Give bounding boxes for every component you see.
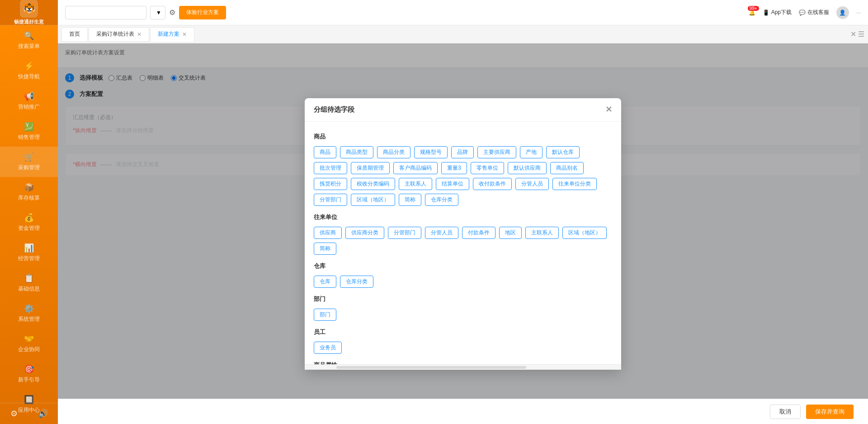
topbar-dropdown[interactable]: ▼ <box>150 6 165 19</box>
sidebar-item-newguide[interactable]: 🎯 新手引导 <box>0 359 58 389</box>
tab-new-plan-close[interactable]: ✕ <box>182 31 187 38</box>
tab-purchase-order[interactable]: 采购订单统计表 ✕ <box>89 27 149 42</box>
field-warehouse[interactable]: 仓库 <box>314 276 336 288</box>
action-bar: 取消 保存并查询 <box>58 399 868 424</box>
sidebar-item-cooperation[interactable]: 🤝 企业协同 <box>0 329 58 359</box>
field-warehouse-category[interactable]: 仓库分类 <box>340 276 373 288</box>
dialog-body[interactable]: 商品 商品 商品类型 商品分类 规格型号 品牌 主要供应商 产地 默认仓库 批次… <box>305 122 621 364</box>
field-main-contact2[interactable]: 主联系人 <box>525 227 559 239</box>
dialog-title: 分组待选字段 <box>314 105 354 114</box>
sidebar-logo: 🐯 畅捷通好生意 <box>0 0 58 25</box>
quick-icon: ⚡ <box>24 61 34 71</box>
sidebar-item-label: 资金管理 <box>18 224 40 232</box>
tab-home[interactable]: 首页 <box>61 27 88 42</box>
topbar-gear-icon[interactable]: ⚙ <box>169 8 175 17</box>
sidebar-item-marketing[interactable]: 📢 营销推广 <box>0 86 58 116</box>
field-product-type[interactable]: 商品类型 <box>340 146 373 158</box>
sidebar-item-operations[interactable]: 📊 经营管理 <box>0 238 58 268</box>
field-short-name-counterpart[interactable]: 简称 <box>314 243 336 255</box>
field-customer-code[interactable]: 客户商品编码 <box>393 162 438 174</box>
field-area[interactable]: 地区 <box>499 227 522 239</box>
field-product-category[interactable]: 商品分类 <box>377 146 410 158</box>
field-supplier[interactable]: 供应商 <box>314 227 342 239</box>
field-partner-category[interactable]: 往来单位分类 <box>552 178 597 190</box>
field-product[interactable]: 商品 <box>314 146 336 158</box>
section-product-attr-title: 商品属性 <box>314 361 612 364</box>
field-manage-dept[interactable]: 分管部门 <box>388 227 421 239</box>
field-payment-cond[interactable]: 付款条件 <box>462 227 495 239</box>
app-download-link[interactable]: 📱 App下载 <box>763 9 792 16</box>
inventory-icon: 📦 <box>24 182 34 192</box>
online-service-link[interactable]: 💬 在线客服 <box>799 9 829 16</box>
field-tax-code[interactable]: 税收分类编码 <box>351 178 395 190</box>
tabbar: 首页 采购订单统计表 ✕ 新建方案 ✕ ✕ ☰ <box>58 25 868 43</box>
sidebar-item-label: 经营管理 <box>18 255 40 262</box>
topbar-left: ▼ ⚙ 体验行业方案 <box>65 6 226 19</box>
basic-icon: 📋 <box>24 273 34 283</box>
field-main-contact[interactable]: 主联系人 <box>399 178 432 190</box>
field-dept[interactable]: 分管部门 <box>314 194 347 206</box>
save-button[interactable]: 保存并查询 <box>806 405 854 419</box>
field-quality-mgmt[interactable]: 保质期管理 <box>351 162 390 174</box>
notification-bell[interactable]: 🔔 99+ <box>749 10 755 16</box>
field-spec-type[interactable]: 规格型号 <box>414 146 448 158</box>
settings-bottom-icon[interactable]: ⚙ <box>10 409 18 419</box>
sidebar-item-system[interactable]: ⚙️ 系统管理 <box>0 298 58 329</box>
tab-new-plan[interactable]: 新建方案 ✕ <box>150 27 194 42</box>
field-settlement-unit[interactable]: 结算单位 <box>436 178 469 190</box>
sidebar-item-label: 采购管理 <box>18 164 40 172</box>
field-warehouse-cat[interactable]: 仓库分类 <box>425 194 458 206</box>
sidebar-item-search[interactable]: 🔍 搜索菜单 <box>0 25 58 56</box>
field-product-alias[interactable]: 商品别名 <box>550 162 584 174</box>
sidebar-item-finance[interactable]: 💰 资金管理 <box>0 207 58 238</box>
department-fields: 部门 <box>314 309 612 321</box>
field-default-supplier[interactable]: 默认供应商 <box>508 162 547 174</box>
sidebar-item-basic[interactable]: 📋 基础信息 <box>0 268 58 298</box>
volume-icon[interactable]: 🔊 <box>38 409 48 419</box>
cooperation-icon: 🤝 <box>24 334 34 344</box>
field-retail-unit[interactable]: 零售单位 <box>471 162 504 174</box>
field-supervisor[interactable]: 分管人员 <box>515 178 549 190</box>
tab-home-label: 首页 <box>69 30 80 38</box>
user-avatar[interactable]: 👤 <box>836 6 849 19</box>
sidebar-item-inventory[interactable]: 📦 库存核算 <box>0 177 58 207</box>
tabbar-right: ✕ ☰ <box>850 30 864 38</box>
app-download-label: App下载 <box>771 9 792 16</box>
tab-purchase-order-close[interactable]: ✕ <box>137 31 142 38</box>
field-region-product[interactable]: 区域（地区） <box>351 194 395 206</box>
sidebar: 🐯 畅捷通好生意 🔍 搜索菜单 ⚡ 快捷导航 📢 营销推广 💹 销售管理 🛒 采… <box>0 0 58 424</box>
field-manage-person[interactable]: 分管人员 <box>425 227 458 239</box>
field-region-counterpart[interactable]: 区域（地区） <box>562 227 607 239</box>
field-department[interactable]: 部门 <box>314 309 336 321</box>
field-payment-terms[interactable]: 收付款条件 <box>473 178 512 190</box>
section-department-title: 部门 <box>314 295 612 303</box>
field-short-name-product[interactable]: 简称 <box>399 194 421 206</box>
field-origin[interactable]: 产地 <box>520 146 542 158</box>
dialog-close-button[interactable]: ✕ <box>605 105 612 114</box>
sales-icon: 💹 <box>24 122 34 132</box>
sidebar-item-quick[interactable]: ⚡ 快捷导航 <box>0 56 58 86</box>
topbar-right: 🔔 99+ 📱 App下载 💬 在线客服 👤 ··· <box>749 6 861 19</box>
field-default-warehouse[interactable]: 默认仓库 <box>546 146 580 158</box>
system-icon: ⚙️ <box>24 304 34 314</box>
modal-overlay[interactable]: 分组待选字段 ✕ 商品 商品 商品类型 商品分类 规格型号 品牌 主要供应商 产… <box>58 43 868 424</box>
trial-btn[interactable]: 体验行业方案 <box>179 6 226 19</box>
field-salesperson[interactable]: 业务员 <box>314 342 342 354</box>
field-supplier-category[interactable]: 供应商分类 <box>345 227 384 239</box>
field-pick-points[interactable]: 拣货积分 <box>314 178 347 190</box>
counterpart-fields: 供应商 供应商分类 分管部门 分管人员 付款条件 地区 主联系人 区域（地区） … <box>314 227 612 255</box>
dialog-horizontal-scrollbar[interactable] <box>305 364 621 370</box>
field-batch-mgmt[interactable]: 批次管理 <box>314 162 347 174</box>
notification-badge: 99+ <box>748 6 759 11</box>
field-main-supplier[interactable]: 主要供应商 <box>477 146 516 158</box>
tab-close-all-icon[interactable]: ✕ <box>850 30 856 38</box>
field-brand[interactable]: 品牌 <box>451 146 474 158</box>
tab-new-plan-label: 新建方案 <box>158 30 179 38</box>
cancel-button[interactable]: 取消 <box>770 405 801 419</box>
tab-menu-icon[interactable]: ☰ <box>858 30 864 38</box>
sidebar-item-purchase[interactable]: 🛒 采购管理 <box>0 147 58 177</box>
sidebar-item-sales[interactable]: 💹 销售管理 <box>0 116 58 147</box>
topbar-search-input[interactable] <box>65 6 146 19</box>
field-weight3[interactable]: 重量3 <box>441 162 467 174</box>
sidebar-item-label: 搜索菜单 <box>18 43 40 50</box>
